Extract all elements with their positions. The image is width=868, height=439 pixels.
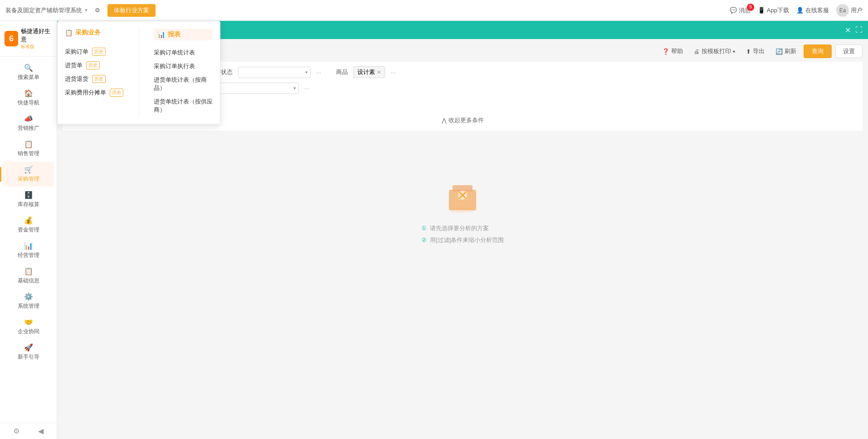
user-action[interactable]: Ea 用户 (836, 4, 863, 17)
status-select[interactable] (238, 67, 311, 78)
top-bar: 装备及固定资产辅助管理系统 ▾ ⚙ 体验行业方案 💬 消息 9 📱 App下载 … (0, 0, 868, 21)
empty-hint-2: ② 用[过滤]条件来缩小分析范围 (421, 234, 504, 246)
sidebar: 6 畅捷通好生意 标准版 🔍 搜索菜单 🏠 快捷导航 📣 营销推广 📋 (0, 21, 57, 439)
refresh-btn[interactable]: 🔄 刷新 (772, 45, 800, 57)
sidebar-item-marketing[interactable]: 📣 营销推广 (3, 111, 54, 136)
print-label: 按模板打印 (702, 47, 731, 55)
system-title-dropdown-icon[interactable]: ▾ (85, 7, 88, 13)
reports-col-title: 📊 报表 (154, 29, 213, 40)
system-title-text: 装备及固定资产辅助管理系统 (5, 6, 82, 15)
reports-col: 📊 报表 采购订单统计表 采购订单执行表 进货单统计表（按商品） 进货单统计表（… (154, 29, 213, 117)
sidebar-logo: 6 畅捷通好生意 标准版 (0, 21, 57, 57)
system-settings-button[interactable]: ⚙ (91, 4, 104, 17)
app-download-action[interactable]: 📱 App下载 (758, 6, 789, 15)
product-tag-label: 设计素 (357, 68, 375, 76)
print-icon: 🖨 (694, 48, 700, 55)
settings-btn[interactable]: 设置 (835, 44, 863, 58)
dropdown-item-goods-stats-by-supplier[interactable]: 进货单统计表（按供应商） (154, 95, 213, 117)
industry-btn[interactable]: 体验行业方案 (107, 4, 156, 17)
empty-hint: ① 请先选择要分析的方案 ② 用[过滤]条件来缩小分析范围 (421, 222, 504, 246)
dropdown-item-label: 进货单统计表（按商品） (154, 76, 213, 92)
export-btn[interactable]: ⬆ 导出 (742, 45, 768, 57)
salesperson-select[interactable] (217, 83, 299, 94)
dropdown-item-purchase-order-stats[interactable]: 采购订单统计表 (154, 46, 213, 59)
system-title: 装备及固定资产辅助管理系统 ▾ (5, 6, 88, 15)
purchase-icon: 🛒 (24, 165, 33, 174)
sidebar-item-quick-nav[interactable]: 🏠 快捷导航 (3, 85, 54, 110)
sidebar-item-label: 基础信息 (18, 277, 39, 285)
dropdown-item-label: 进货单统计表（按供应商） (154, 98, 213, 114)
sidebar-item-enterprise[interactable]: 🤝 企业协同 (3, 314, 54, 339)
sidebar-nav: 🔍 搜索菜单 🏠 快捷导航 📣 营销推广 📋 销售管理 🛒 采购管理 🗄️ (0, 57, 57, 423)
sidebar-item-inventory[interactable]: 🗄️ 库存核算 (3, 187, 54, 212)
help-btn[interactable]: ❓ 帮助 (658, 45, 687, 57)
status-more-icon[interactable]: ··· (316, 69, 321, 76)
enterprise-icon: 🤝 (24, 318, 33, 326)
sidebar-item-search[interactable]: 🔍 搜索菜单 (3, 60, 54, 85)
print-btn[interactable]: 🖨 按模板打印 ▾ (690, 45, 739, 57)
dropdown-item-purchase-order-exec[interactable]: 采购订单执行表 (154, 59, 213, 73)
system-icon: ⚙️ (24, 292, 33, 301)
sidebar-item-label: 新手引导 (18, 353, 39, 361)
help-icon: ❓ (662, 48, 669, 55)
sidebar-item-label: 营销推广 (18, 124, 39, 132)
hist-badge: 历史 (86, 61, 100, 69)
tab-expand-icon[interactable]: ⛶ (855, 26, 863, 34)
sidebar-item-label: 经营管理 (18, 252, 39, 259)
dropdown-item-label: 进货单 (65, 61, 83, 69)
empty-icon (440, 172, 485, 217)
product-tag: 设计素 ✕ (353, 66, 385, 78)
sidebar-collapse-btn[interactable]: ◀ (38, 427, 44, 435)
online-service-icon: 👤 (796, 7, 804, 14)
dropdown-item-goods-return[interactable]: 进货退货 历史 (65, 72, 124, 86)
dropdown-item-purchase-order[interactable]: 采购订单 历史 (65, 45, 124, 59)
salesperson-select-wrap (217, 83, 299, 94)
messages-icon: 💬 (730, 7, 737, 14)
product-label: 商品 (336, 68, 348, 76)
sidebar-settings-btn[interactable]: ⚙ (13, 427, 20, 435)
sidebar-item-operations[interactable]: 📊 经营管理 (3, 238, 54, 263)
sidebar-item-basic[interactable]: 📋 基础信息 (3, 263, 54, 288)
refresh-icon: 🔄 (775, 48, 783, 55)
dropdown-item-label: 采购订单执行表 (154, 62, 195, 70)
capital-icon: 💰 (24, 216, 33, 225)
sidebar-item-system[interactable]: ⚙️ 系统管理 (3, 289, 54, 314)
collapse-up-icon: ⋀ (442, 117, 447, 124)
app-download-icon: 📱 (758, 7, 765, 14)
online-service-action[interactable]: 👤 在线客服 (796, 6, 829, 15)
sidebar-item-label: 库存核算 (18, 201, 39, 208)
logo-text: 畅捷通好生意 标准版 (21, 27, 52, 50)
messages-action[interactable]: 💬 消息 9 (730, 6, 751, 15)
sidebar-item-guide[interactable]: 🚀 新手引导 (3, 340, 54, 365)
dropdown-item-purchase-expense[interactable]: 采购费用分摊单 历史 (65, 86, 124, 99)
svg-rect-2 (453, 185, 473, 192)
search-icon: 🔍 (24, 64, 33, 72)
product-more-icon[interactable]: ··· (390, 69, 395, 76)
marketing-icon: 📣 (24, 114, 33, 123)
sidebar-item-purchase[interactable]: 🛒 采购管理 (3, 162, 54, 187)
help-label: 帮助 (671, 47, 683, 55)
sidebar-bottom: ⚙ ◀ (0, 423, 57, 439)
top-bar-right: 💬 消息 9 📱 App下载 👤 在线客服 Ea 用户 (730, 4, 863, 17)
purchase-col-icon: 📋 (65, 29, 73, 36)
query-btn[interactable]: 查询 (804, 44, 832, 58)
logo-line1: 畅捷通好生意 (21, 27, 52, 44)
sales-icon: 📋 (24, 140, 33, 148)
home-icon: 🏠 (24, 89, 33, 98)
hist-badge: 历史 (92, 48, 106, 56)
dropdown-item-label: 采购订单统计表 (154, 49, 195, 57)
salesperson-more-icon[interactable]: ··· (304, 85, 309, 92)
sidebar-item-capital[interactable]: 💰 资金管理 (3, 212, 54, 237)
sidebar-item-label: 资金管理 (18, 226, 39, 234)
product-tag-close[interactable]: ✕ (377, 69, 381, 75)
online-service-label: 在线客服 (805, 6, 829, 15)
logo-icon: 6 (5, 31, 18, 46)
dropdown-item-goods-stats-by-product[interactable]: 进货单统计表（按商品） (154, 73, 213, 95)
tab-close-all-icon[interactable]: ✕ (845, 26, 851, 35)
empty-state: ① 请先选择要分析的方案 ② 用[过滤]条件来缩小分析范围 (63, 135, 863, 282)
dropdown-item-label: 采购费用分摊单 (65, 89, 106, 97)
dropdown-item-label: 进货退货 (65, 75, 88, 83)
sidebar-item-sales[interactable]: 📋 销售管理 (3, 136, 54, 161)
dropdown-item-goods-receipt[interactable]: 进货单 历史 (65, 59, 124, 72)
sidebar-item-label: 采购管理 (18, 175, 39, 183)
